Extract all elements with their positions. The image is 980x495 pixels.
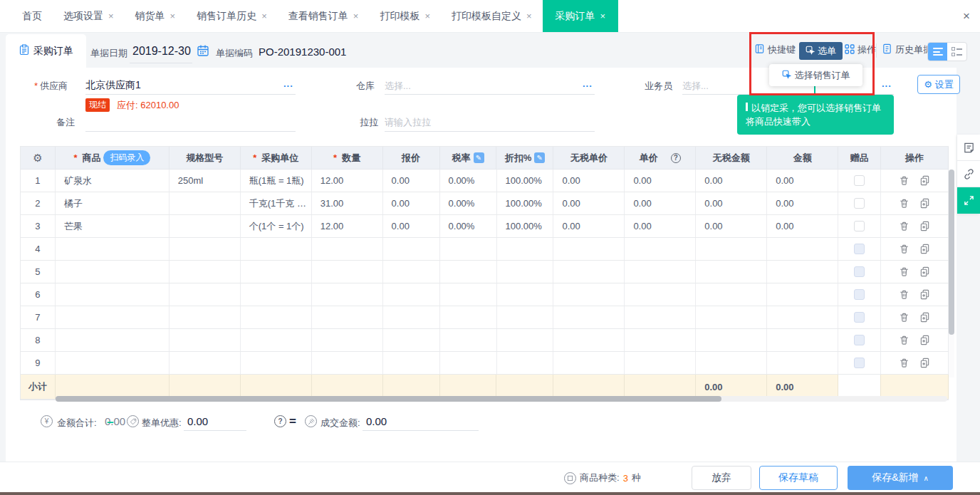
cell-quote[interactable]: 0.00	[383, 170, 440, 192]
cell-amount[interactable]: 0.00	[767, 192, 838, 214]
cell-qty[interactable]	[312, 283, 383, 306]
lala-field[interactable]: 请输入拉拉	[385, 116, 431, 129]
cell-notax_amount[interactable]: 0.00	[696, 170, 767, 192]
cell-product[interactable]	[56, 352, 170, 374]
cell-notax_price[interactable]	[553, 329, 625, 351]
copy-row-icon[interactable]	[919, 335, 930, 345]
gift-checkbox[interactable]	[854, 198, 865, 209]
tab-close-icon[interactable]: ×	[170, 11, 176, 21]
tab-2[interactable]: 销货单×	[125, 0, 187, 32]
history-button[interactable]: 历史单据	[882, 43, 932, 56]
cell-unit[interactable]	[241, 261, 312, 283]
cell-notax_amount[interactable]: 0.00	[696, 215, 767, 237]
batch-edit-icon[interactable]: ✎	[534, 152, 545, 163]
gift-checkbox[interactable]	[854, 175, 865, 186]
list-view-toggle[interactable]	[928, 43, 947, 61]
cell-quote[interactable]	[383, 283, 440, 306]
cell-tax[interactable]	[440, 238, 497, 260]
pick-order-button[interactable]: 选单	[799, 42, 843, 60]
warehouse-more-icon[interactable]: ...	[583, 78, 593, 89]
cell-spec[interactable]	[170, 329, 241, 351]
cell-notax_price[interactable]: 0.00	[553, 192, 625, 214]
card-view-toggle[interactable]	[947, 43, 966, 61]
cell-spec[interactable]	[170, 261, 241, 283]
cell-discount[interactable]	[497, 329, 554, 351]
cell-notax_amount[interactable]	[696, 283, 767, 306]
gift-checkbox[interactable]	[854, 266, 865, 277]
tab-close-icon[interactable]: ×	[108, 11, 114, 21]
date-value[interactable]: 2019-12-30	[132, 45, 191, 58]
cell-spec[interactable]	[170, 192, 241, 214]
tab-5[interactable]: 打印模板×	[369, 0, 441, 32]
cell-discount[interactable]: 100.00%	[497, 192, 554, 214]
cell-quote[interactable]	[383, 261, 440, 283]
cell-product[interactable]	[56, 238, 170, 260]
cell-unit[interactable]	[241, 352, 312, 374]
cell-tax[interactable]	[440, 306, 497, 328]
cell-qty[interactable]: 12.00	[312, 215, 383, 237]
tab-0[interactable]: 首页	[11, 0, 53, 32]
cell-product[interactable]	[56, 329, 170, 351]
cell-discount[interactable]: 100.00%	[497, 170, 554, 192]
cell-notax_amount[interactable]: 0.00	[696, 192, 767, 214]
cell-spec[interactable]	[170, 238, 241, 260]
cell-product[interactable]: 矿泉水	[56, 170, 170, 192]
save-and-new-button[interactable]: 保存&新增∧	[848, 466, 953, 490]
cell-qty[interactable]	[312, 238, 383, 260]
cell-tax[interactable]: 0.00%	[440, 192, 497, 214]
cell-discount[interactable]	[497, 352, 554, 374]
expand-button[interactable]	[957, 187, 980, 214]
cell-price[interactable]: 0.00	[625, 215, 696, 237]
actions-button[interactable]: 操作	[845, 43, 876, 56]
cell-spec[interactable]	[170, 352, 241, 374]
cell-unit[interactable]	[241, 283, 312, 306]
close-all-icon[interactable]: ×	[963, 9, 970, 24]
cell-price[interactable]	[625, 329, 696, 351]
cell-unit[interactable]: 千克(1千克 …	[241, 192, 312, 214]
cell-amount[interactable]: 0.00	[767, 170, 838, 192]
cell-product[interactable]: 橘子	[56, 192, 170, 214]
cell-spec[interactable]	[170, 306, 241, 328]
cell-unit[interactable]	[241, 306, 312, 328]
cell-price[interactable]	[625, 283, 696, 306]
warehouse-field[interactable]: 选择...	[385, 80, 411, 93]
cell-notax_price[interactable]	[553, 352, 625, 374]
column-settings-icon[interactable]: ⚙	[33, 152, 42, 165]
cell-unit[interactable]	[241, 329, 312, 351]
help-icon[interactable]: ?	[274, 415, 286, 427]
cell-tax[interactable]	[440, 352, 497, 374]
cell-spec[interactable]	[170, 215, 241, 237]
tab-4[interactable]: 查看销售订单×	[278, 0, 370, 32]
cell-product[interactable]: 芒果	[56, 215, 170, 237]
copy-row-icon[interactable]	[919, 221, 930, 231]
cell-qty[interactable]	[312, 306, 383, 328]
horizontal-scrollbar-thumb[interactable]	[56, 396, 721, 402]
calendar-icon[interactable]	[197, 44, 209, 60]
attachment-button[interactable]	[957, 161, 980, 187]
tab-7[interactable]: 采购订单×	[543, 0, 619, 32]
cell-qty[interactable]	[312, 329, 383, 351]
cell-tax[interactable]	[440, 283, 497, 306]
copy-row-icon[interactable]	[919, 312, 930, 323]
supplier-field[interactable]: 北京供应商1	[85, 79, 141, 92]
delete-row-icon[interactable]	[899, 198, 909, 209]
cell-notax_price[interactable]: 0.00	[553, 215, 625, 237]
cell-notax_price[interactable]	[553, 283, 625, 306]
tab-1[interactable]: 选项设置×	[53, 0, 125, 32]
copy-row-icon[interactable]	[919, 289, 930, 300]
cell-amount[interactable]	[767, 352, 838, 374]
tab-close-icon[interactable]: ×	[261, 11, 267, 21]
cell-notax_amount[interactable]	[696, 238, 767, 260]
cell-discount[interactable]	[497, 238, 554, 260]
cell-price[interactable]	[625, 261, 696, 283]
batch-edit-icon[interactable]: ✎	[474, 152, 484, 163]
cell-qty[interactable]	[312, 352, 383, 374]
tab-3[interactable]: 销售订单历史×	[186, 0, 278, 32]
cell-tax[interactable]: 0.00%	[440, 170, 497, 192]
cell-discount[interactable]	[497, 283, 554, 306]
vertical-scrollbar[interactable]	[949, 170, 954, 377]
cell-price[interactable]	[625, 352, 696, 374]
cell-discount[interactable]	[497, 261, 554, 283]
cell-notax_amount[interactable]	[696, 352, 767, 374]
cell-qty[interactable]	[312, 261, 383, 283]
